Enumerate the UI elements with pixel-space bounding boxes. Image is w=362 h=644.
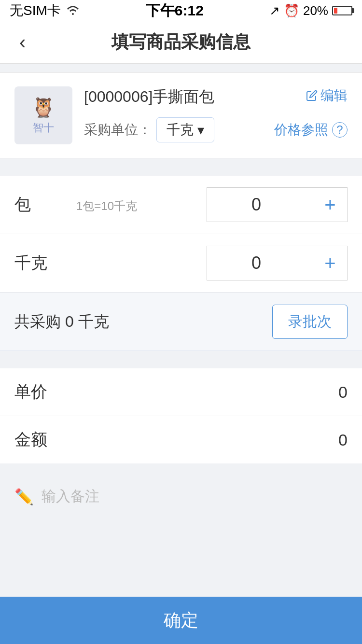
amount-value: 0 — [338, 431, 348, 449]
product-unit-row: 采购单位： 千克 ▾ 价格参照 ? — [84, 117, 348, 142]
status-bar: 无SIM卡 下午6:12 ↗ ⏰ 20% — [0, 0, 362, 21]
bag-input-wrap: + — [137, 187, 348, 222]
kg-plus-button[interactable]: + — [313, 246, 348, 280]
unit-dropdown-arrow: ▾ — [197, 122, 204, 138]
bag-row: 包 1包=10千克 + — [0, 176, 362, 234]
product-card: 🦉 智十 [0000006]手撕面包 编辑 采购单位： 千克 ▾ — [0, 72, 362, 158]
battery-icon — [332, 6, 352, 15]
product-image: 🦉 智十 — [14, 86, 72, 144]
amount-label: 金额 — [14, 429, 47, 451]
product-info: [0000006]手撕面包 编辑 采购单位： 千克 ▾ 价格参照 ? — [84, 86, 348, 142]
amount-row: 金额 0 — [0, 416, 362, 463]
product-logo-text: 智十 — [31, 121, 56, 135]
summary-row: 共采购 0 千克 录批次 — [0, 293, 362, 351]
pencil-icon: ✏️ — [14, 488, 34, 506]
back-button[interactable]: ‹ — [14, 27, 30, 58]
page-title: 填写商品采购信息 — [111, 30, 251, 54]
remark-placeholder: 输入备注 — [42, 487, 99, 506]
location-icon: ↗ — [269, 3, 280, 18]
nav-bar: ‹ 填写商品采购信息 — [0, 21, 362, 64]
unit-price-row: 单价 0 — [0, 368, 362, 416]
product-name: [0000006]手撕面包 — [84, 86, 214, 108]
confirm-button[interactable]: 确定 — [0, 597, 362, 644]
edit-button[interactable]: 编辑 — [306, 86, 348, 105]
bag-label: 包 — [14, 194, 72, 216]
unit-label: 采购单位： — [84, 121, 152, 139]
unit-price-label: 单价 — [14, 381, 47, 403]
kg-input-wrap: + — [72, 246, 348, 280]
unit-price-value: 0 — [338, 383, 348, 402]
batch-button[interactable]: 录批次 — [272, 305, 348, 339]
status-left: 无SIM卡 — [10, 1, 80, 20]
product-header: [0000006]手撕面包 编辑 — [84, 86, 348, 108]
bag-input[interactable] — [207, 187, 313, 222]
status-right: ↗ ⏰ 20% — [269, 3, 352, 18]
bag-sublabel: 1包=10千克 — [76, 198, 137, 214]
divider-2 — [0, 351, 362, 360]
summary-text: 共采购 0 千克 — [14, 311, 109, 333]
kg-input[interactable] — [207, 246, 313, 280]
carrier-label: 无SIM卡 — [10, 1, 61, 20]
wifi-icon — [66, 3, 80, 18]
price-ref-help-icon[interactable]: ? — [332, 122, 348, 138]
status-time: 下午6:12 — [146, 1, 204, 21]
divider-1 — [0, 158, 362, 167]
alarm-icon: ⏰ — [284, 3, 299, 18]
kg-label: 千克 — [14, 252, 72, 274]
battery-percent: 20% — [303, 3, 328, 18]
price-section: 单价 0 金额 0 — [0, 368, 362, 463]
product-logo: 🦉 — [31, 96, 56, 119]
kg-row: 千克 + — [0, 234, 362, 293]
price-ref-button[interactable]: 价格参照 ? — [274, 121, 348, 139]
quantity-section: 包 1包=10千克 + 千克 + — [0, 176, 362, 293]
bag-plus-button[interactable]: + — [313, 187, 348, 222]
unit-select[interactable]: 千克 ▾ — [156, 117, 214, 142]
